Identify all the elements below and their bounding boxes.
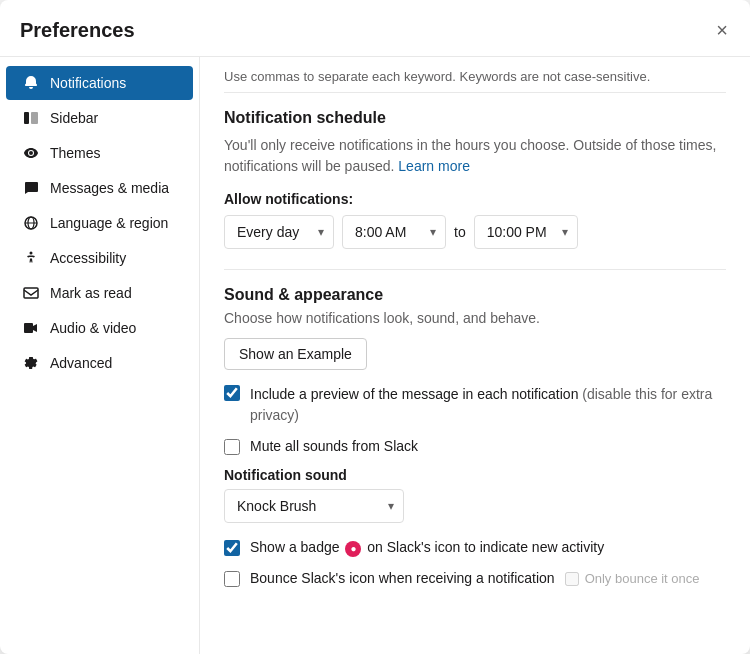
only-bounce-label: Only bounce it once (585, 571, 700, 586)
sidebar-item-advanced-label: Advanced (50, 355, 112, 371)
badge-label: Show a badge ● on Slack's icon to indica… (250, 537, 604, 558)
modal-title: Preferences (20, 19, 135, 42)
message-icon (22, 179, 40, 197)
bounce-checkbox[interactable] (224, 571, 240, 587)
svg-rect-1 (31, 112, 38, 124)
modal-body: Notifications Sidebar Themes (0, 57, 750, 654)
sidebar-item-mark-as-read[interactable]: Mark as read (6, 276, 193, 310)
notification-schedule-section: Notification schedule You'll only receiv… (224, 109, 726, 249)
sound-select-wrap: Knock Brush Ding Plink Woosh None (224, 489, 404, 523)
sidebar-item-themes-label: Themes (50, 145, 101, 161)
mute-checkbox-row: Mute all sounds from Slack (224, 436, 726, 457)
scroll-hint: Use commas to separate each keyword. Key… (224, 57, 726, 93)
start-time-select[interactable]: 6:00 AM 7:00 AM 8:00 AM 9:00 AM 10:00 AM (342, 215, 446, 249)
allow-notifications-label: Allow notifications: (224, 191, 726, 207)
sound-select[interactable]: Knock Brush Ding Plink Woosh None (224, 489, 404, 523)
sidebar-item-audio-video-label: Audio & video (50, 320, 136, 336)
preview-checkbox[interactable] (224, 385, 240, 401)
sidebar-item-notifications[interactable]: Notifications (6, 66, 193, 100)
learn-more-link[interactable]: Learn more (398, 158, 470, 174)
badge-checkbox[interactable] (224, 540, 240, 556)
preview-label: Include a preview of the message in each… (250, 384, 726, 426)
day-select[interactable]: Every day Weekdays Weekends Custom (224, 215, 334, 249)
notification-sound-label: Notification sound (224, 467, 726, 483)
only-bounce-wrap: Only bounce it once (565, 571, 700, 586)
main-content: Use commas to separate each keyword. Key… (200, 57, 750, 654)
section-divider (224, 269, 726, 270)
sidebar-item-sidebar-label: Sidebar (50, 110, 98, 126)
close-button[interactable]: × (714, 18, 730, 42)
badge-checkbox-row: Show a badge ● on Slack's icon to indica… (224, 537, 726, 558)
bounce-label: Bounce Slack's icon when receiving a not… (250, 568, 555, 589)
sidebar-item-sidebar[interactable]: Sidebar (6, 101, 193, 135)
sidebar-item-notifications-label: Notifications (50, 75, 126, 91)
eye-icon (22, 144, 40, 162)
svg-rect-0 (24, 112, 29, 124)
notification-schedule-desc: You'll only receive notifications in the… (224, 135, 726, 177)
audio-icon (22, 319, 40, 337)
svg-rect-6 (24, 288, 38, 298)
notification-schedule-title: Notification schedule (224, 109, 726, 127)
show-example-button[interactable]: Show an Example (224, 338, 367, 370)
end-time-select[interactable]: 8:00 PM 9:00 PM 10:00 PM 11:00 PM (474, 215, 578, 249)
to-label: to (454, 224, 466, 240)
svg-point-5 (30, 252, 33, 255)
sidebar: Notifications Sidebar Themes (0, 57, 200, 654)
sidebar-item-audio-video[interactable]: Audio & video (6, 311, 193, 345)
bounce-checkbox-row: Bounce Slack's icon when receiving a not… (224, 568, 726, 589)
svg-rect-7 (24, 323, 33, 333)
sidebar-item-accessibility-label: Accessibility (50, 250, 126, 266)
sidebar-item-messages-media[interactable]: Messages & media (6, 171, 193, 205)
badge-dot-icon: ● (345, 541, 361, 557)
start-time-select-wrap: 6:00 AM 7:00 AM 8:00 AM 9:00 AM 10:00 AM (342, 215, 446, 249)
mute-checkbox[interactable] (224, 439, 240, 455)
sidebar-item-accessibility[interactable]: Accessibility (6, 241, 193, 275)
preferences-modal: Preferences × Notifications (0, 0, 750, 654)
globe-icon (22, 214, 40, 232)
sidebar-icon (22, 109, 40, 127)
day-select-wrap: Every day Weekdays Weekends Custom (224, 215, 334, 249)
sidebar-item-language-label: Language & region (50, 215, 168, 231)
sidebar-item-messages-label: Messages & media (50, 180, 169, 196)
modal-header: Preferences × (0, 0, 750, 57)
sidebar-item-advanced[interactable]: Advanced (6, 346, 193, 380)
time-row: Every day Weekdays Weekends Custom 6:00 … (224, 215, 726, 249)
preview-checkbox-row: Include a preview of the message in each… (224, 384, 726, 426)
close-icon: × (716, 20, 728, 40)
gear-icon (22, 354, 40, 372)
sound-appearance-section: Sound & appearance Choose how notificati… (224, 286, 726, 589)
accessibility-icon (22, 249, 40, 267)
bell-icon (22, 74, 40, 92)
sound-appearance-desc: Choose how notifications look, sound, an… (224, 310, 726, 326)
end-time-select-wrap: 8:00 PM 9:00 PM 10:00 PM 11:00 PM (474, 215, 578, 249)
mute-label: Mute all sounds from Slack (250, 436, 418, 457)
sound-appearance-title: Sound & appearance (224, 286, 726, 304)
mark-read-icon (22, 284, 40, 302)
sidebar-item-mark-as-read-label: Mark as read (50, 285, 132, 301)
sidebar-item-language-region[interactable]: Language & region (6, 206, 193, 240)
only-bounce-checkbox[interactable] (565, 572, 579, 586)
sidebar-item-themes[interactable]: Themes (6, 136, 193, 170)
